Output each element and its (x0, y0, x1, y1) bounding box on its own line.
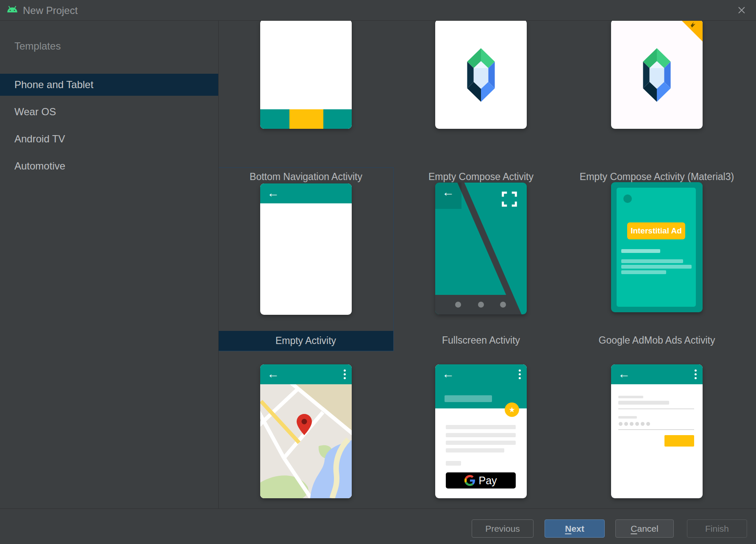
sidebar-item-automotive[interactable]: Automotive (0, 155, 218, 177)
window-title: New Project (23, 5, 78, 17)
sidebar-item-wear-os[interactable]: Wear OS (0, 101, 218, 123)
app-bar-preview: ← (611, 364, 703, 384)
template-label: Empty Compose Activity (Material3) (572, 171, 742, 183)
template-empty-compose-activity[interactable] (435, 20, 527, 129)
back-arrow-icon: ← (267, 367, 279, 381)
sidebar-header: Templates (14, 40, 61, 52)
template-google-admob-ads-activity[interactable]: Interstitial Ad (611, 182, 703, 312)
template-bottom-navigation-activity[interactable] (260, 20, 352, 129)
dialog-footer: Previous Next Cancel Finish (0, 508, 756, 544)
template-google-pay-activity[interactable]: ← ★ Pay (435, 364, 527, 498)
app-bar-preview: ← (260, 364, 352, 384)
sidebar-item-android-tv[interactable]: Android TV (0, 128, 218, 150)
template-label: Fullscreen Activity (396, 335, 566, 346)
back-arrow-icon: ← (267, 186, 279, 200)
cancel-button[interactable]: Cancel (615, 519, 674, 538)
star-icon: ★ (509, 405, 515, 414)
star-fab: ★ (505, 402, 519, 417)
close-button[interactable] (735, 3, 748, 17)
template-gallery: Bottom Navigation Activity Empty Compose… (219, 20, 756, 508)
back-button-area: ← (435, 183, 461, 209)
next-button[interactable]: Next (545, 519, 605, 538)
google-g-icon (464, 475, 475, 486)
login-button-placeholder (664, 435, 694, 447)
template-fullscreen-activity[interactable]: ← (435, 183, 527, 314)
sidebar-item-phone-and-tablet[interactable]: Phone and Tablet (0, 74, 218, 96)
back-arrow-icon: ← (442, 185, 454, 199)
back-arrow-icon: ← (442, 367, 454, 381)
map-preview (260, 384, 352, 498)
overflow-menu-icon (695, 369, 697, 379)
back-arrow-icon: ← (618, 367, 630, 381)
overflow-menu-icon (344, 369, 346, 379)
template-empty-activity-selected[interactable]: ← Empty Activity (219, 167, 394, 351)
compose-logo-icon (461, 47, 501, 103)
title-placeholder (445, 395, 492, 402)
gpay-button: Pay (446, 472, 516, 488)
empty-activity-thumbnail: ← (260, 183, 352, 315)
previous-button[interactable]: Previous (472, 519, 534, 538)
android-logo-icon (6, 6, 19, 16)
selected-template-label: Empty Activity (219, 331, 393, 351)
template-google-maps-activity[interactable]: ← (260, 364, 352, 498)
status-dot-icon (623, 194, 632, 203)
bottom-nav-preview (260, 109, 352, 129)
new-badge-glyph-icon (688, 20, 701, 33)
close-icon (737, 5, 747, 15)
app-bar-preview: ← (260, 183, 352, 203)
template-label: Empty Compose Activity (396, 171, 566, 183)
compose-logo-icon (636, 47, 677, 103)
fullscreen-icon (500, 189, 519, 209)
interstitial-ad-button: Interstitial Ad (627, 222, 685, 239)
app-bar-preview: ← (435, 364, 527, 408)
template-label: Google AdMob Ads Activity (572, 335, 742, 346)
template-empty-compose-activity-material3[interactable] (611, 20, 703, 129)
finish-button[interactable]: Finish (687, 519, 747, 538)
title-bar: New Project (0, 0, 756, 21)
templates-sidebar: Templates Phone and Tablet Wear OS Andro… (0, 21, 219, 508)
overflow-menu-icon (519, 369, 521, 379)
template-login-activity[interactable]: ← (611, 364, 703, 498)
admob-preview: Interstitial Ad (617, 188, 696, 307)
gpay-label: Pay (478, 475, 497, 487)
password-dots (619, 422, 650, 426)
